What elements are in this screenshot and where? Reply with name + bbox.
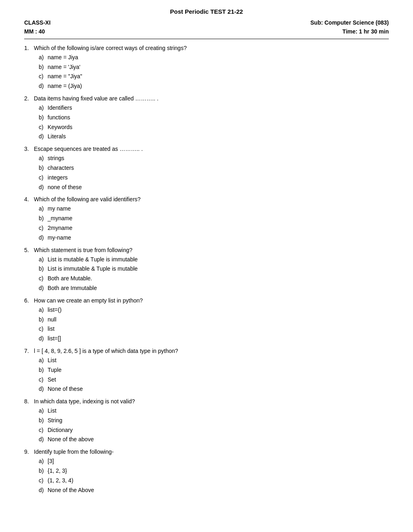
- question-9-option-4: d)None of the Above: [39, 486, 389, 495]
- question-5-option-1: a)List is mutable & Tuple is immutable: [39, 255, 389, 265]
- question-3-option-3-label: c): [39, 173, 46, 183]
- question-2-option-2: b)functions: [39, 113, 389, 123]
- question-6-option-1: a)list=(): [39, 305, 389, 315]
- subject-label: Sub: Computer Science (083): [311, 18, 389, 27]
- question-8-option-1-label: a): [39, 406, 46, 416]
- question-4-option-2: b)_myname: [39, 214, 389, 223]
- question-5-label: Which statement is true from following?: [34, 247, 132, 253]
- header-title: Post Periodic TEST 21-22: [24, 8, 389, 15]
- question-1-option-2-label: b): [39, 63, 46, 72]
- question-1-option-1-label: a): [39, 53, 46, 63]
- question-7-option-3-label: c): [39, 375, 46, 385]
- question-3-option-2-value: characters: [48, 163, 74, 173]
- question-6-option-3: c)list: [39, 324, 389, 334]
- question-8-option-3-label: c): [39, 426, 46, 435]
- question-9-option-3-label: c): [39, 476, 46, 486]
- question-5-option-3-label: c): [39, 274, 46, 284]
- question-3-num: 3.: [24, 146, 32, 152]
- time-label: Time: 1 hr 30 min: [311, 27, 389, 36]
- question-5-option-2-value: List is immutable & Tuple is mutable: [48, 264, 138, 274]
- question-3-label: Escape sequences are treated as ……….. .: [34, 146, 143, 152]
- question-7-option-2-value: Tuple: [48, 365, 62, 375]
- question-3-option-1: a)strings: [39, 154, 389, 163]
- question-1-option-3-label: c): [39, 72, 46, 81]
- question-2-option-2-label: b): [39, 113, 46, 123]
- question-8-num: 8.: [24, 398, 32, 405]
- question-8-option-4: d)None of the above: [39, 435, 389, 444]
- question-3-option-4: d)none of these: [39, 183, 389, 192]
- question-2-option-2-value: functions: [48, 113, 70, 123]
- question-5-option-2: b)List is immutable & Tuple is mutable: [39, 264, 389, 274]
- question-7-option-1-label: a): [39, 356, 46, 365]
- question-6-option-3-value: list: [48, 324, 54, 334]
- question-4-options: a)my nameb)_mynamec)2mynamed)my-name: [39, 204, 389, 242]
- question-1-option-3-value: name = "Jiya": [48, 72, 82, 81]
- question-1-option-4-label: d): [39, 81, 46, 91]
- question-2: 2.Data items having fixed value are call…: [24, 95, 389, 142]
- question-4-option-4-value: my-name: [48, 233, 71, 243]
- question-6-num: 6.: [24, 297, 32, 304]
- question-8-option-1: a)List: [39, 406, 389, 416]
- question-1-num: 1.: [24, 45, 32, 51]
- question-5-option-1-value: List is mutable & Tuple is immutable: [48, 255, 138, 265]
- question-3-option-1-value: strings: [48, 154, 64, 163]
- question-2-option-1-value: Identifiers: [48, 103, 72, 113]
- question-9-option-3-value: (1, 2, 3, 4): [48, 476, 73, 486]
- question-8-option-3: c)Dictionary: [39, 426, 389, 435]
- question-9-option-1: a)[3]: [39, 457, 389, 466]
- question-9-options: a)[3]b){1, 2, 3}c)(1, 2, 3, 4)d)None of …: [39, 457, 389, 495]
- question-6-option-4-label: d): [39, 334, 46, 344]
- question-7-option-2: b)Tuple: [39, 365, 389, 375]
- question-8-label: In which data type, indexing is not vali…: [34, 398, 135, 405]
- question-7-text: 7.l = [ 4, 8, 9, 2.6, 5 ] is a type of w…: [24, 348, 389, 354]
- question-4-option-3-value: 2myname: [48, 223, 72, 233]
- question-6-option-2-value: null: [48, 315, 56, 325]
- question-4-option-3: c)2myname: [39, 223, 389, 233]
- question-6-option-4: d)list=[]: [39, 334, 389, 344]
- class-label: CLASS-XI: [24, 18, 50, 27]
- question-7-option-1-value: List: [48, 356, 56, 365]
- question-3-options: a)stringsb)charactersc)integersd)none of…: [39, 154, 389, 192]
- question-1-option-2: b)name = 'Jiya': [39, 63, 389, 72]
- questions-container: 1.Which of the following is/are correct …: [24, 45, 389, 495]
- question-9-label: Identify tuple from the following-: [34, 449, 114, 455]
- question-1-option-2-value: name = 'Jiya': [48, 63, 80, 72]
- question-8-text: 8.In which data type, indexing is not va…: [24, 398, 389, 405]
- question-5-option-4-value: Both are Immutable: [48, 284, 97, 293]
- question-1-option-1: a)name = Jiya: [39, 53, 389, 63]
- question-9-num: 9.: [24, 449, 32, 455]
- question-6-text: 6.How can we create an empty list in pyt…: [24, 297, 389, 304]
- question-8-option-4-value: None of the above: [48, 435, 94, 444]
- question-1-option-4: d)name = (Jiya): [39, 81, 389, 91]
- question-9-option-2: b){1, 2, 3}: [39, 466, 389, 476]
- question-6-option-1-label: a): [39, 305, 46, 315]
- question-4-option-4-label: d): [39, 233, 46, 243]
- question-2-option-4: d)Literals: [39, 132, 389, 142]
- question-3-option-2-label: b): [39, 163, 46, 173]
- question-1-option-4-value: name = (Jiya): [48, 81, 82, 91]
- header-divider: [24, 39, 389, 39]
- question-9-option-2-label: b): [39, 466, 46, 476]
- question-7-num: 7.: [24, 348, 32, 354]
- question-2-num: 2.: [24, 95, 32, 102]
- question-6-option-2: b)null: [39, 315, 389, 325]
- question-5-option-1-label: a): [39, 255, 46, 265]
- question-7-option-2-label: b): [39, 365, 46, 375]
- question-2-options: a)Identifiersb)functionsc)Keywordsd)Lite…: [39, 103, 389, 142]
- question-4-option-4: d)my-name: [39, 233, 389, 243]
- question-9-option-2-value: {1, 2, 3}: [48, 466, 67, 476]
- question-8-option-3-value: Dictionary: [48, 426, 73, 435]
- question-2-text: 2.Data items having fixed value are call…: [24, 95, 389, 102]
- question-8-option-2-value: String: [48, 416, 63, 426]
- question-6-label: How can we create an empty list in pytho…: [34, 297, 143, 304]
- question-2-option-1-label: a): [39, 103, 46, 113]
- question-4-option-2-label: b): [39, 214, 46, 223]
- question-6-option-1-value: list=(): [48, 305, 62, 315]
- question-4-option-2-value: _myname: [48, 214, 72, 223]
- question-8-option-4-label: d): [39, 435, 46, 444]
- question-5-option-4: d)Both are Immutable: [39, 284, 389, 293]
- question-4: 4.Which of the following are valid ident…: [24, 196, 389, 242]
- question-8: 8.In which data type, indexing is not va…: [24, 398, 389, 444]
- question-2-option-3-value: Keywords: [48, 123, 72, 132]
- question-1-option-1-value: name = Jiya: [48, 53, 78, 63]
